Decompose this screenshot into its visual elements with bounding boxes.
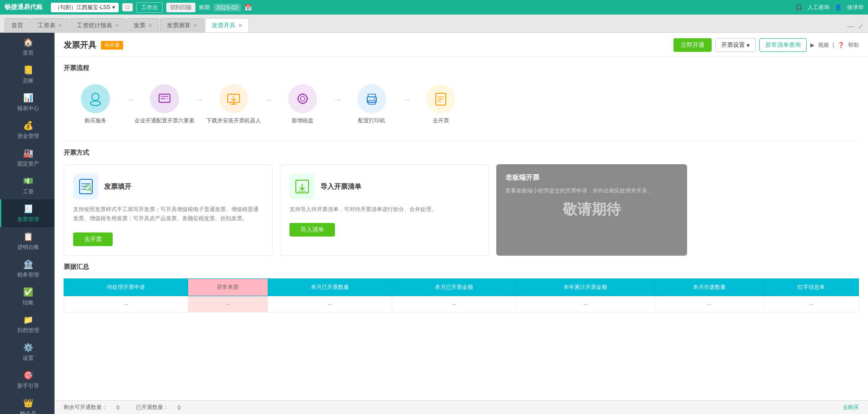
sidebar-item-archive[interactable]: 📁 归档管理 bbox=[0, 310, 55, 338]
remaining-value: 0 bbox=[116, 404, 120, 411]
remaining-label: 剩余可开通数量： bbox=[64, 404, 107, 411]
tab-salary-close[interactable]: ✕ bbox=[58, 23, 62, 29]
tax-icon-wrap bbox=[288, 84, 317, 113]
tab-maximize-icon[interactable]: ⤢ bbox=[858, 23, 863, 30]
page-header: 发票开具 待开通 立即开通 开票设置 ▾ 异常清单查询 ▶ 视频 | ❓ 帮助 bbox=[55, 33, 868, 57]
sidebar-item-settings[interactable]: ⚙️ 设置 bbox=[0, 338, 55, 366]
sidebar-item-newbie[interactable]: 🎯 新手引导 bbox=[0, 366, 55, 394]
help-label[interactable]: 帮助 bbox=[848, 41, 859, 49]
tab-salary-label: 工资表 bbox=[38, 21, 55, 30]
tab-salary[interactable]: 工资表 ✕ bbox=[31, 18, 69, 32]
flow-section: 开票流程 购买服务 → bbox=[55, 57, 868, 141]
import-invoice-svg bbox=[293, 177, 311, 196]
svg-point-18 bbox=[374, 98, 375, 100]
old-method-desc: 查看老板端小程序提交的开票申请，并作出相应处理并开具... bbox=[505, 187, 678, 195]
flow-step-buy-label: 购买服务 bbox=[85, 117, 106, 125]
sidebar-item-tax[interactable]: 🏦 税务管理 bbox=[0, 255, 55, 283]
chevron-settings-icon: ▾ bbox=[747, 42, 750, 49]
user-label[interactable]: 徐泽华 bbox=[847, 4, 863, 11]
abnormal-query-button[interactable]: 异常清单查询 bbox=[759, 38, 807, 52]
tab-home[interactable]: 首页 bbox=[5, 18, 30, 32]
tax-icon: 🏦 bbox=[23, 259, 33, 269]
fill-method-title: 发票填开 bbox=[104, 182, 131, 191]
svg-point-0 bbox=[92, 93, 99, 101]
flow-title: 开票流程 bbox=[64, 64, 859, 72]
methods-title: 开票方式 bbox=[64, 149, 859, 157]
salary-icon: 💵 bbox=[23, 176, 33, 186]
flow-step-config-label: 企业开通配置开票六要素 bbox=[135, 117, 195, 125]
tab-salary-report-close[interactable]: ✕ bbox=[115, 23, 119, 29]
sidebar-label-ledger: 总账 bbox=[23, 77, 34, 85]
open-settings-button[interactable]: 开票设置 ▾ bbox=[715, 38, 756, 52]
tab-salary-report-label: 工资统计报表 bbox=[77, 21, 112, 30]
method-fill-header: 发票填开 bbox=[73, 174, 263, 199]
reports-icon: 📊 bbox=[23, 93, 33, 103]
sidebar-label-tax: 税务管理 bbox=[17, 271, 39, 279]
summary-section: 票据汇总 待处理开票申请 异常单票 本月已开票数量 本月已开票金额 本年累计开票… bbox=[55, 263, 868, 320]
printer-svg bbox=[364, 91, 380, 107]
archive-icon: 📁 bbox=[23, 315, 33, 325]
member-icon: 👑 bbox=[23, 398, 33, 408]
flow-step-open-label: 去开票 bbox=[433, 117, 449, 125]
col-abnormal: 异常单票 bbox=[188, 278, 268, 296]
copy-button[interactable]: □ bbox=[122, 3, 133, 11]
config-icon-wrap bbox=[150, 84, 179, 113]
tab-minimize-icon[interactable]: — bbox=[847, 22, 854, 30]
sidebar-label-settle: 结账 bbox=[23, 299, 34, 307]
opened-label: 已开通数量： bbox=[136, 404, 169, 411]
col-today-count: 本月已开票数量 bbox=[268, 278, 392, 296]
purchase-icon: 📋 bbox=[23, 232, 33, 242]
flow-step-download: 下载并安装开票机器人 bbox=[202, 84, 265, 125]
old-version-button[interactable]: 切到旧版 bbox=[166, 3, 195, 12]
buy-service-svg bbox=[87, 91, 104, 107]
svg-rect-16 bbox=[367, 97, 376, 102]
tab-invoice-issue-close[interactable]: ✕ bbox=[238, 23, 242, 29]
flow-step-printer: 配置打印机 bbox=[340, 84, 404, 125]
sidebar-item-reports[interactable]: 📊 报表中心 bbox=[0, 88, 55, 116]
cell-today-amount: -- bbox=[392, 296, 516, 312]
tab-invoice-issue[interactable]: 发票开具 ✕ bbox=[205, 18, 249, 32]
flow-step-open: 去开票 bbox=[409, 84, 473, 125]
app-logo: 畅捷通易代账 bbox=[5, 3, 43, 11]
headset-icon: 🎧 bbox=[795, 4, 802, 10]
fill-method-btn[interactable]: 去开票 bbox=[73, 232, 113, 246]
status-badge: 待开通 bbox=[101, 41, 123, 50]
buy-link[interactable]: 去购买 bbox=[843, 404, 859, 411]
newbie-icon: 🎯 bbox=[23, 370, 33, 380]
sidebar-item-settle[interactable]: ✅ 结账 bbox=[0, 283, 55, 310]
workspace-button[interactable]: 工作台 bbox=[136, 2, 163, 13]
sidebar-item-home[interactable]: 🏠 首页 bbox=[0, 33, 55, 61]
col-red-info: 红字信息单 bbox=[764, 278, 858, 296]
import-method-btn[interactable]: 导入清单 bbox=[289, 223, 335, 237]
sidebar-item-member[interactable]: 👑 畅会员 bbox=[0, 394, 55, 414]
tab-invoice-calc-close[interactable]: ✕ bbox=[193, 23, 197, 29]
cell-today-count: -- bbox=[268, 296, 392, 312]
tab-salary-report[interactable]: 工资统计报表 ✕ bbox=[70, 18, 126, 32]
view-label[interactable]: 视频 bbox=[818, 41, 829, 49]
question-icon: ❓ bbox=[838, 42, 844, 48]
sidebar-item-salary[interactable]: 💵 工资 bbox=[0, 172, 55, 199]
tab-bar: 首页 工资表 ✕ 工资统计报表 ✕ 发票 ✕ 发票测算 ✕ 发票开具 ✕ — ⤢ bbox=[0, 15, 868, 33]
col-year-amount: 本年累计开票金额 bbox=[516, 278, 654, 296]
tab-invoice-calc[interactable]: 发票测算 ✕ bbox=[160, 18, 204, 32]
method-card-import: 导入开票清单 支持导入待开票清单，可对待开票清单进行拆分、合并处理。 导入清单 bbox=[280, 164, 489, 256]
sidebar-item-assets[interactable]: 🏭 固定资产 bbox=[0, 144, 55, 172]
opened-value: 0 bbox=[178, 404, 181, 411]
cell-abnormal: -- bbox=[188, 296, 268, 312]
old-method-title: 老板端开票 bbox=[505, 173, 678, 182]
sidebar-item-purchase[interactable]: 📋 进销台账 bbox=[0, 227, 55, 255]
tab-invoice[interactable]: 发票 ✕ bbox=[127, 18, 159, 32]
sidebar-label-newbie: 新手引导 bbox=[17, 382, 39, 390]
sidebar-item-invoice[interactable]: 🧾 发票管理 bbox=[0, 199, 55, 227]
sidebar-item-funds[interactable]: 💰 资金管理 bbox=[0, 116, 55, 144]
svg-point-11 bbox=[300, 96, 305, 101]
page-header-actions: 立即开通 开票设置 ▾ 异常清单查询 ▶ 视频 | ❓ 帮助 bbox=[673, 38, 859, 52]
tab-invoice-close[interactable]: ✕ bbox=[148, 23, 152, 29]
calendar-icon: 📅 bbox=[244, 4, 252, 11]
service-label[interactable]: 人工咨询 bbox=[808, 4, 829, 11]
company-selector[interactable]: （勾割）江西服宝-LSS ▾ bbox=[51, 3, 119, 12]
coming-soon-label: 敬请期待 bbox=[563, 200, 621, 220]
open-now-button[interactable]: 立即开通 bbox=[673, 38, 712, 52]
chevron-down-icon: ▾ bbox=[112, 4, 115, 10]
sidebar-item-ledger[interactable]: 📒 总账 bbox=[0, 61, 55, 88]
